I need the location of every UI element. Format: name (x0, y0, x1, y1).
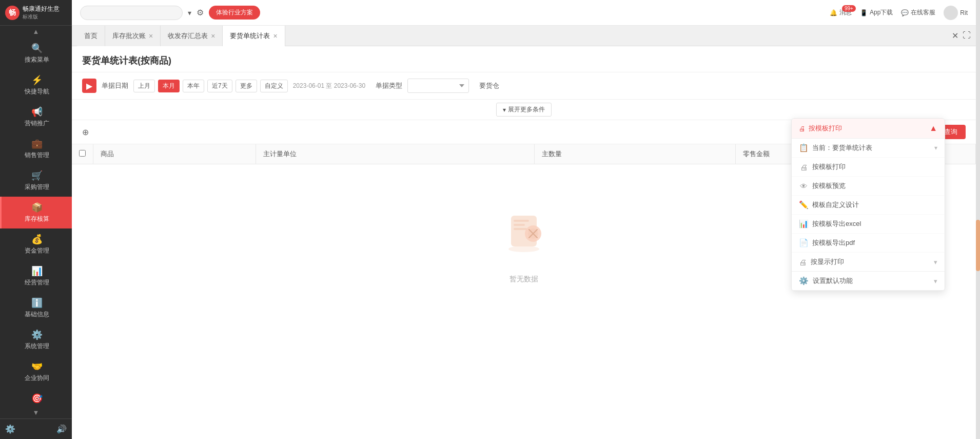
logo-tag: 标准版 (23, 13, 60, 20)
svg-rect-2 (514, 220, 529, 222)
notification-badge: 99+ (842, 5, 856, 12)
dropdown-title: 按模板打印 (809, 124, 842, 133)
sidebar-item-sales[interactable]: 💼 销售管理 (0, 133, 72, 165)
sidebar-item-guide[interactable]: 🎯 新手引导 (0, 388, 72, 407)
tab-collection-close[interactable]: × (211, 32, 215, 40)
tab-batch-close[interactable]: × (149, 32, 153, 40)
sidebar-item-label: 企业协同 (25, 374, 49, 383)
dropdown-display-print[interactable]: 🖨 按显示打印 ▾ (792, 253, 945, 272)
user-item[interactable]: Rit (944, 6, 968, 20)
tab-collection[interactable]: 收发存汇总表 × (161, 26, 223, 46)
svg-rect-3 (514, 224, 525, 226)
sidebar-item-label: 营销推广 (25, 119, 49, 128)
col-product: 商品 (93, 144, 256, 164)
tabbar-right-btns: ✕ ⛶ (952, 31, 971, 41)
set-default-arrow-icon: ▾ (934, 277, 937, 285)
filter-expand-btn[interactable]: ▶ (82, 79, 96, 93)
sidebar: 畅 畅康通好生意 标准版 ▲ 🔍 搜索菜单 ⚡ 快捷导航 📢 营销推广 💼 销售… (0, 0, 72, 439)
dropdown-close-icon[interactable]: ▲ (929, 124, 937, 133)
sidebar-item-label: 搜索菜单 (25, 55, 49, 64)
date-btn-custom[interactable]: 自定义 (260, 80, 288, 92)
dropdown-template-custom[interactable]: ✏️ 模板自定义设计 (792, 196, 945, 215)
type-filter-select[interactable] (407, 79, 469, 93)
expand-more-label: 展开更多条件 (508, 105, 545, 114)
tab-expand-icon[interactable]: ⛶ (963, 31, 971, 41)
sidebar-item-label: 快捷导航 (25, 87, 49, 96)
marketing-icon: 📢 (31, 106, 43, 118)
dropdown-template-pdf[interactable]: 📄 按模板导出pdf (792, 234, 945, 253)
topbar-gear-icon[interactable]: ⚙ (197, 8, 204, 17)
set-default-icon: ⚙️ (799, 276, 809, 285)
empty-icon (498, 205, 550, 266)
search-icon: 🔍 (31, 43, 43, 54)
template-custom-icon: ✏️ (799, 200, 808, 209)
dropdown-template-preview[interactable]: 👁 按模板预览 (792, 177, 945, 196)
col-settings-icon[interactable]: ⊕ (82, 127, 89, 137)
tab-close-all-icon[interactable]: ✕ (952, 31, 958, 41)
right-scrollbar[interactable] (976, 0, 980, 439)
app-download-item[interactable]: 📱 App下载 (860, 8, 893, 17)
trial-button[interactable]: 体验行业方案 (209, 6, 260, 20)
sidebar-item-purchase[interactable]: 🛒 采购管理 (0, 165, 72, 197)
user-avatar (944, 6, 958, 20)
dropdown-current-item[interactable]: 📋 当前：要货单统计表 ▾ (792, 139, 945, 158)
page-title: 要货单统计表(按商品) (82, 54, 966, 67)
col-unit: 主计量单位 (256, 144, 535, 164)
topbar-right: 🔔 消息 99+ 📱 App下载 💬 在线客服 Rit (830, 6, 968, 20)
date-btn-more[interactable]: 更多 (236, 80, 257, 92)
svg-rect-4 (514, 228, 527, 230)
sales-icon: 💼 (31, 138, 43, 149)
sidebar-item-shortcut[interactable]: ⚡ 快捷导航 (0, 69, 72, 101)
current-arrow-icon: ▾ (934, 144, 937, 151)
logo-text: 畅康通好生意 标准版 (23, 5, 60, 20)
template-print-dropdown: 🖨 按模板打印 ▲ 📋 当前：要货单统计表 ▾ 🖨 按模板打印 👁 按模板预览 (791, 118, 945, 291)
dropdown-template-excel[interactable]: 📊 按模板导出excel (792, 215, 945, 234)
online-service-item[interactable]: 💬 在线客服 (901, 8, 935, 17)
sidebar-item-system[interactable]: ⚙️ 系统管理 (0, 324, 72, 356)
display-print-arrow-icon: ▾ (934, 258, 937, 266)
sidebar-item-search[interactable]: 🔍 搜索菜单 (0, 37, 72, 69)
date-btn-current-year[interactable]: 本年 (183, 80, 204, 92)
basic-icon: ℹ️ (31, 297, 43, 309)
sidebar-item-inventory[interactable]: 📦 库存核算 (0, 197, 72, 228)
logo-icon: 畅 (5, 6, 19, 20)
sidebar-item-operation[interactable]: 📊 经营管理 (0, 260, 72, 292)
select-all-checkbox[interactable] (79, 150, 86, 157)
service-icon: 💬 (901, 9, 909, 16)
scroll-up-btn[interactable]: ▲ (0, 26, 72, 37)
sidebar-item-label: 基础信息 (25, 310, 49, 319)
scroll-down-btn[interactable]: ▼ (0, 407, 72, 418)
dropdown-template-print[interactable]: 🖨 按模板打印 (792, 158, 945, 177)
phone-icon: 📱 (860, 9, 868, 16)
date-filter-label: 单据日期 (102, 81, 128, 90)
dropdown-set-default[interactable]: ⚙️ 设置默认功能 ▾ (792, 272, 945, 291)
main-area: ▾ ⚙ 体验行业方案 🔔 消息 99+ 📱 App下载 💬 在线客服 Rit (72, 0, 976, 439)
date-btn-prev-month[interactable]: 上月 (133, 80, 155, 92)
date-btn-7days[interactable]: 近7天 (207, 80, 232, 92)
template-excel-label: 按模板导出excel (812, 219, 861, 228)
topbar-dropdown-icon[interactable]: ▾ (188, 9, 191, 17)
inventory-icon: 📦 (31, 202, 43, 213)
dropdown-header-left: 🖨 按模板打印 (799, 124, 842, 133)
settings-bottom-icon[interactable]: ⚙️ (5, 424, 15, 434)
tab-home[interactable]: 首页 (77, 26, 105, 46)
notification-item[interactable]: 🔔 消息 99+ (830, 8, 852, 17)
set-default-label: 设置默认功能 (813, 276, 853, 285)
sidebar-item-label: 系统管理 (25, 342, 49, 351)
sidebar-item-collab[interactable]: 🤝 企业协同 (0, 356, 72, 388)
sidebar-item-marketing[interactable]: 📢 营销推广 (0, 101, 72, 133)
sound-icon[interactable]: 🔊 (56, 424, 67, 434)
dropdown-current-label: 当前：要货单统计表 (812, 143, 872, 152)
topbar-search-input[interactable] (80, 6, 183, 20)
template-pdf-label: 按模板导出pdf (812, 238, 855, 247)
tab-order-stats[interactable]: 要货单统计表 × (223, 26, 285, 46)
sidebar-item-basic[interactable]: ℹ️ 基础信息 (0, 292, 72, 324)
sidebar-item-finance[interactable]: 💰 资金管理 (0, 228, 72, 260)
tab-order-stats-close[interactable]: × (273, 32, 277, 40)
date-btn-current-month[interactable]: 本月 (158, 80, 180, 92)
tab-batch-label: 库存批次账 (112, 31, 146, 41)
sidebar-item-label: 资金管理 (25, 246, 49, 255)
expand-more-btn[interactable]: ▾ 展开更多条件 (496, 103, 552, 117)
tab-batch[interactable]: 库存批次账 × (105, 26, 161, 46)
current-icon: 📋 (799, 143, 808, 152)
